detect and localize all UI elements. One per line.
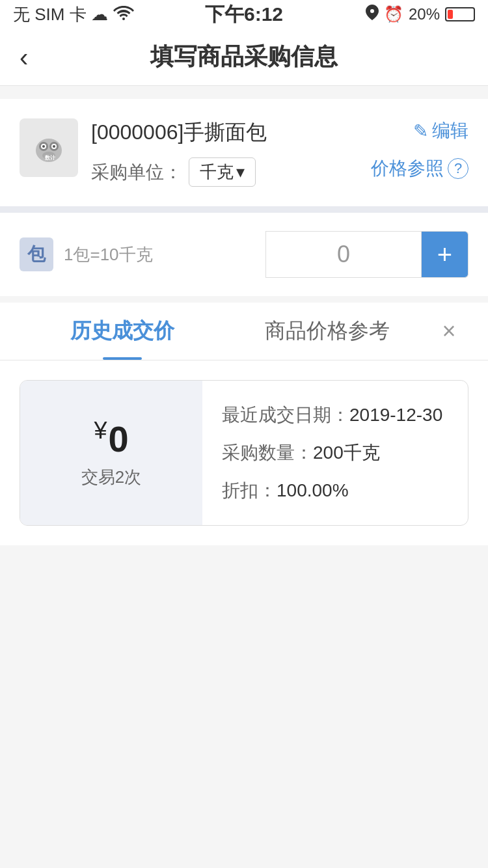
tab-product-price-label: 商品价格参考 bbox=[265, 317, 390, 346]
page-title: 填写商品采购信息 bbox=[150, 41, 338, 73]
product-info: [0000006]手撕面包 采购单位： 千克 ▾ bbox=[91, 118, 267, 187]
edit-icon: ✎ bbox=[413, 120, 428, 142]
tab-area: 历史成交价 商品价格参考 × ¥0 交易2次 最近成交日期：2019-12-30… bbox=[0, 303, 488, 868]
svg-point-6 bbox=[53, 145, 55, 148]
status-bar: 无 SIM 卡 ☁ 下午6:12 ⏰ 20% bbox=[0, 0, 488, 29]
price-reference-button[interactable]: 价格参照 ? bbox=[371, 156, 468, 181]
back-button[interactable]: ‹ bbox=[20, 44, 28, 70]
currency-symbol: ¥ bbox=[94, 417, 107, 444]
discount-value: 100.00% bbox=[277, 480, 349, 500]
battery-icon bbox=[445, 7, 475, 21]
trade-card: ¥0 交易2次 最近成交日期：2019-12-30 采购数量：200千克 折扣：… bbox=[20, 380, 468, 526]
price-number: 0 bbox=[108, 418, 128, 459]
tab-history-price[interactable]: 历史成交价 bbox=[20, 303, 224, 360]
trade-details-section: 最近成交日期：2019-12-30 采购数量：200千克 折扣：100.00% bbox=[202, 381, 468, 525]
tab-history-label: 历史成交价 bbox=[70, 317, 174, 346]
svg-text:数计: 数计 bbox=[44, 155, 56, 161]
quantity-controls: 0 + bbox=[265, 231, 468, 278]
price-ref-label: 价格参照 bbox=[371, 156, 444, 181]
qty-value: 200千克 bbox=[313, 442, 380, 463]
quantity-label: 包 1包=10千克 bbox=[20, 237, 153, 271]
product-unit-row: 采购单位： 千克 ▾ bbox=[91, 157, 267, 187]
quantity-row: 包 1包=10千克 0 + bbox=[0, 213, 488, 296]
recent-date-row: 最近成交日期：2019-12-30 bbox=[222, 401, 448, 429]
edit-button[interactable]: ✎ 编辑 bbox=[413, 118, 468, 143]
status-left: 无 SIM 卡 ☁ bbox=[13, 3, 134, 26]
alarm-icon: ⏰ bbox=[384, 5, 403, 23]
product-card: 数计 [0000006]手撕面包 采购单位： 千克 ▾ ✎ 编辑 bbox=[0, 99, 488, 206]
package-icon: 包 bbox=[20, 237, 53, 271]
sim-label: 无 SIM 卡 ☁ bbox=[13, 3, 108, 26]
tab-product-price-ref[interactable]: 商品价格参考 bbox=[224, 303, 429, 360]
discount-label: 折扣： bbox=[222, 480, 277, 500]
unit-label: 采购单位： bbox=[91, 160, 182, 185]
content-area bbox=[0, 545, 488, 868]
discount-row: 折扣：100.00% bbox=[222, 477, 448, 504]
product-logo-icon: 数计 bbox=[29, 128, 68, 167]
unit-value: 千克 bbox=[200, 161, 234, 183]
product-thumbnail: 数计 bbox=[20, 118, 78, 177]
purchase-qty-row: 采购数量：200千克 bbox=[222, 439, 448, 467]
quantity-plus-button[interactable]: + bbox=[422, 231, 468, 278]
help-icon: ? bbox=[448, 158, 468, 179]
wifi-icon bbox=[113, 5, 134, 25]
nav-bar: ‹ 填写商品采购信息 bbox=[0, 29, 488, 86]
section-divider bbox=[0, 206, 488, 213]
status-time: 下午6:12 bbox=[205, 1, 283, 28]
product-left: 数计 [0000006]手撕面包 采购单位： 千克 ▾ bbox=[20, 118, 267, 187]
status-right: ⏰ 20% bbox=[366, 5, 475, 24]
qty-label: 采购数量： bbox=[222, 442, 313, 463]
package-conversion: 1包=10千克 bbox=[64, 243, 153, 266]
quantity-input[interactable]: 0 bbox=[265, 231, 422, 278]
location-icon bbox=[366, 5, 379, 24]
trade-price-value: ¥0 bbox=[94, 417, 128, 460]
chevron-down-icon: ▾ bbox=[236, 162, 245, 182]
battery-percentage: 20% bbox=[409, 5, 440, 23]
trade-price-section: ¥0 交易2次 bbox=[20, 381, 202, 525]
svg-point-5 bbox=[42, 145, 45, 148]
tab-close-button[interactable]: × bbox=[429, 312, 468, 351]
trade-count: 交易2次 bbox=[81, 466, 141, 489]
recent-date-label: 最近成交日期： bbox=[222, 405, 349, 425]
edit-label: 编辑 bbox=[432, 118, 468, 143]
recent-date-value: 2019-12-30 bbox=[349, 405, 442, 425]
tab-header: 历史成交价 商品价格参考 × bbox=[0, 303, 488, 360]
unit-select[interactable]: 千克 ▾ bbox=[189, 157, 256, 187]
product-name: [0000006]手撕面包 bbox=[91, 118, 267, 147]
